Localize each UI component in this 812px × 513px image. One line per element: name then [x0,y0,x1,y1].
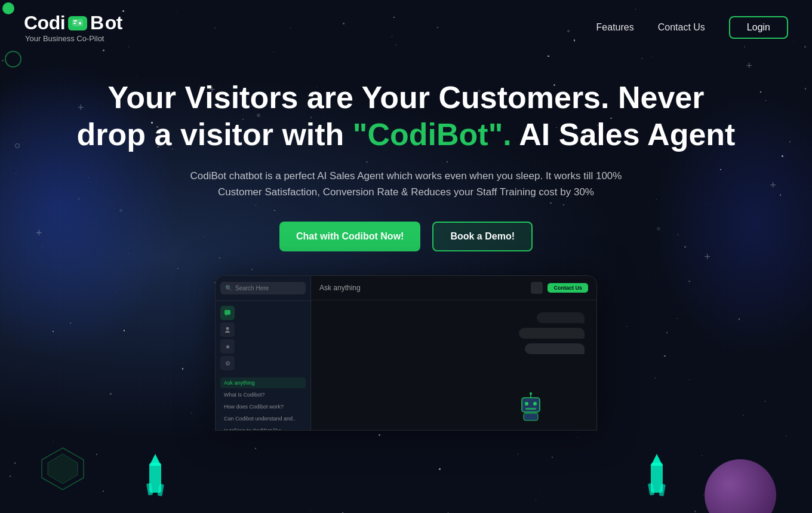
svg-rect-10 [525,408,536,410]
app-preview: 🔍 Search Here ★ [0,275,812,431]
app-contact-us-btn[interactable]: Contact Us [548,283,588,293]
logo-tagline: Your Business Co-Pilot [25,34,104,43]
search-placeholder: Search Here [235,285,269,291]
hero-section: Your Visitors are Your Customers. Never … [0,55,812,251]
logo: Codi Bot Your Business Co-Pilot [24,12,122,43]
navbar: Codi Bot Your Business Co-Pilot Features… [0,0,812,55]
svg-marker-19 [651,454,663,466]
logo-name-part1: Codi [24,12,65,34]
app-search-box[interactable]: 🔍 Search Here [220,282,306,294]
bot-container [513,388,549,424]
app-sidebar: 🔍 Search Here ★ [216,276,311,430]
topbar-icon-1[interactable] [531,282,543,294]
svg-rect-0 [72,19,83,26]
cta-buttons: Chat with Codibot Now! Book a Demo! [72,222,740,251]
chat-bubble-3 [525,343,585,354]
svg-marker-5 [226,315,227,316]
nav-contact[interactable]: Contact Us [658,22,705,33]
app-window: 🔍 Search Here ★ [215,275,597,431]
gear-icon: ⚙ [225,360,230,367]
svg-point-12 [530,392,532,395]
hero-title: Your Visitors are Your Customers. Never … [72,79,740,153]
app-search-area: 🔍 Search Here [216,276,310,301]
logo-name-part2: B [90,12,104,34]
rocket-left-svg [137,451,173,511]
svg-rect-4 [224,310,230,315]
svg-point-9 [533,402,537,406]
svg-rect-13 [524,413,538,420]
nav-features[interactable]: Features [596,22,634,33]
chat-icon [224,309,231,317]
chat-now-button[interactable]: Chat with Codibot Now! [279,222,420,251]
sidebar-icon-settings[interactable]: ⚙ [220,356,235,370]
sidebar-icons: ★ ⚙ [216,301,310,375]
app-main-content: Ask anything Contact Us [311,276,596,430]
login-button[interactable]: Login [729,16,788,39]
logo-name-part3: ot [105,12,122,34]
book-demo-button[interactable]: Book a Demo! [432,222,533,251]
sidebar-item-3[interactable]: Can Codibot understand and.. [220,413,306,424]
person-icon [224,326,231,333]
app-topbar-right: Contact Us [531,282,588,294]
svg-marker-23 [48,454,78,484]
app-content-area [311,300,596,430]
svg-rect-7 [522,398,540,412]
app-topbar: Ask anything Contact Us [311,276,596,300]
svg-rect-1 [73,20,77,21]
hero-title-brand: "CodiBot". [353,117,512,152]
gem-svg [36,445,90,493]
chat-bubble-1 [537,312,585,323]
gem-shape [36,445,90,495]
logo-svg [72,19,84,28]
sidebar-item-2[interactable]: How does Codibot work? [220,401,306,412]
plus-deco-9: + [704,251,710,263]
svg-point-8 [525,402,528,406]
rocket-right-svg [639,451,675,511]
hero-title-after: AI Sales Agent [512,117,736,152]
sidebar-icon-person[interactable] [220,322,235,337]
sidebar-icon-chat[interactable] [220,306,235,320]
sidebar-items-list: Ask anything What is Codibot? How does C… [216,375,310,431]
sidebar-item-0[interactable]: Ask anything [220,377,306,388]
bot-icon [513,388,549,424]
deco-left-rocket [137,451,173,513]
svg-point-6 [226,327,229,330]
sidebar-item-1[interactable]: What is Codibot? [220,389,306,400]
svg-point-3 [79,22,81,24]
sidebar-icon-star[interactable]: ★ [220,339,235,354]
hero-subtitle: CodiBot chatbot is a perfect AI Sales Ag… [185,168,627,200]
deco-right-rocket [639,451,675,513]
logo-text: Codi Bot [24,12,122,34]
nav-links: Features Contact Us Login [596,16,788,39]
svg-marker-15 [149,454,161,466]
sidebar-item-4[interactable]: Is talking to CodiBot like.. [220,425,306,431]
search-icon: 🔍 [225,285,232,291]
app-topbar-title: Ask anything [319,284,361,292]
svg-rect-2 [73,23,76,24]
chat-bubble-2 [519,328,585,339]
logo-icon [68,16,87,30]
star-icon: ★ [225,343,230,350]
chat-bubbles [519,312,585,354]
